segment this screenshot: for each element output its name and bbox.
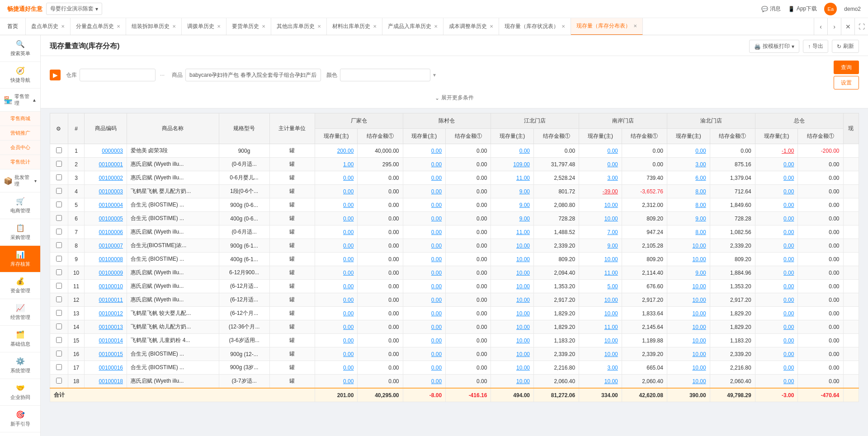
- row-total-cur[interactable]: 0.00: [755, 293, 798, 307]
- row-changjia-cur[interactable]: 0.00: [315, 253, 358, 266]
- app-download-button[interactable]: 📱 App下载: [788, 5, 817, 13]
- row-total-cur[interactable]: 0.00: [755, 334, 798, 347]
- row-yubei-cur[interactable]: 8.00: [667, 225, 710, 239]
- row-chencun-cur[interactable]: 0.00: [403, 280, 446, 293]
- row-total-cur[interactable]: 0.00: [755, 198, 798, 212]
- row-nanan-cur[interactable]: 10.00: [579, 253, 622, 266]
- row-yubei-cur[interactable]: 10.00: [667, 375, 710, 389]
- color-input[interactable]: [340, 69, 430, 81]
- row-total-cur[interactable]: 0.00: [755, 280, 798, 293]
- row-changjia-cur[interactable]: 0.00: [315, 239, 358, 253]
- row-nanan-cur[interactable]: 3.00: [579, 361, 622, 375]
- tab-purchaseorder-close[interactable]: ✕: [262, 24, 265, 29]
- row-changjia-cur[interactable]: 0.00: [315, 185, 358, 198]
- row-jiangbei-cur[interactable]: 9.00: [491, 198, 534, 212]
- tab-otherout[interactable]: 其他出库单历史 ✕: [271, 18, 327, 35]
- tab-close-all-button[interactable]: ✕: [841, 18, 854, 35]
- row-chencun-cur[interactable]: 0.00: [403, 225, 446, 239]
- row-nanan-cur[interactable]: 10.00: [579, 347, 622, 361]
- row-changjia-cur[interactable]: 0.00: [315, 266, 358, 280]
- row-changjia-cur[interactable]: 0.00: [315, 280, 358, 293]
- row-jiangbei-cur[interactable]: 11.00: [491, 171, 534, 185]
- sidebar-item-marketing[interactable]: 营销推广: [0, 126, 40, 141]
- row-checkbox[interactable]: [50, 198, 68, 212]
- tab-transfer[interactable]: 调拨单历史 ✕: [182, 18, 226, 35]
- row-code[interactable]: 00100008: [85, 253, 127, 266]
- row-nanan-cur[interactable]: 10.00: [579, 334, 622, 347]
- tab-materialout-close[interactable]: ✕: [373, 24, 377, 29]
- row-nanan-cur[interactable]: 10.00: [579, 307, 622, 320]
- tab-costadjust-close[interactable]: ✕: [490, 24, 493, 29]
- row-code[interactable]: 00100004: [85, 198, 127, 212]
- row-total-cur[interactable]: 0.00: [755, 320, 798, 334]
- tab-branchstock[interactable]: 分量盘点单历史 ✕: [71, 18, 126, 35]
- row-changjia-cur[interactable]: 0.00: [315, 307, 358, 320]
- row-code[interactable]: 00100016: [85, 361, 127, 375]
- row-jiangbei-cur[interactable]: 10.00: [491, 334, 534, 347]
- row-jiangbei-cur[interactable]: 10.00: [491, 347, 534, 361]
- tab-currentstock[interactable]: 现存量（库存状况表） ✕: [499, 18, 571, 35]
- row-changjia-cur[interactable]: 0.00: [315, 293, 358, 307]
- row-checkbox[interactable]: [50, 171, 68, 185]
- row-yubei-cur[interactable]: 6.00: [667, 171, 710, 185]
- row-checkbox[interactable]: [50, 185, 68, 198]
- row-total-cur[interactable]: 0.00: [755, 266, 798, 280]
- row-jiangbei-cur[interactable]: 10.00: [491, 239, 534, 253]
- refresh-button[interactable]: ↻ 刷新: [832, 40, 859, 53]
- row-nanan-cur[interactable]: 9.00: [579, 239, 622, 253]
- tab-materialout[interactable]: 材料出库单历史 ✕: [327, 18, 382, 35]
- sidebar-item-operation[interactable]: 📈 经营管理: [0, 299, 40, 326]
- row-total-cur[interactable]: 0.00: [755, 239, 798, 253]
- tab-productin[interactable]: 产成品入库单历史 ✕: [382, 18, 443, 35]
- row-chencun-cur[interactable]: 0.00: [403, 198, 446, 212]
- tab-purchaseorder[interactable]: 要货单历史 ✕: [226, 18, 271, 35]
- row-yubei-cur[interactable]: 10.00: [667, 361, 710, 375]
- row-checkbox[interactable]: [50, 361, 68, 375]
- row-chencun-cur[interactable]: 0.00: [403, 375, 446, 389]
- row-total-cur[interactable]: 0.00: [755, 253, 798, 266]
- tab-currentstock-close[interactable]: ✕: [561, 24, 565, 29]
- row-yubei-cur[interactable]: 3.00: [667, 158, 710, 171]
- tab-costadjust[interactable]: 成本调整单历史 ✕: [443, 18, 499, 35]
- row-chencun-cur[interactable]: 0.00: [403, 293, 446, 307]
- row-code[interactable]: 00100009: [85, 266, 127, 280]
- tab-home[interactable]: 首页: [0, 18, 26, 35]
- row-yubei-cur[interactable]: 10.00: [667, 280, 710, 293]
- row-nanan-cur[interactable]: -39.00: [579, 185, 622, 198]
- row-jiangbei-cur[interactable]: 0.00: [491, 144, 534, 158]
- row-chencun-cur[interactable]: 0.00: [403, 307, 446, 320]
- row-yubei-cur[interactable]: 10.00: [667, 293, 710, 307]
- sidebar-item-retailshop[interactable]: 零售商城: [0, 112, 40, 126]
- row-yubei-cur[interactable]: 10.00: [667, 239, 710, 253]
- sidebar-item-apps[interactable]: 📱 应用中心: [0, 432, 40, 436]
- table-wrapper[interactable]: ⚙ # 商品编码 商品名称 规格型号 主计量单位 厂家仓 陈村仓 江北门店 南岸…: [41, 108, 868, 436]
- row-checkbox[interactable]: [50, 158, 68, 171]
- tab-transfer-close[interactable]: ✕: [217, 24, 221, 29]
- tab-prev-button[interactable]: ‹: [814, 18, 827, 35]
- row-jiangbei-cur[interactable]: 11.00: [491, 225, 534, 239]
- row-nanan-cur[interactable]: 11.00: [579, 266, 622, 280]
- sidebar-item-retail[interactable]: 🏪 零售管理 ▲: [0, 89, 40, 112]
- row-changjia-cur[interactable]: 1.00: [315, 158, 358, 171]
- row-jiangbei-cur[interactable]: 10.00: [491, 320, 534, 334]
- row-checkbox[interactable]: [50, 144, 68, 158]
- row-code[interactable]: 00100002: [85, 171, 127, 185]
- row-changjia-cur[interactable]: 0.00: [315, 198, 358, 212]
- sidebar-item-search[interactable]: 🔍 搜索英单: [0, 35, 40, 62]
- sidebar-item-member[interactable]: 会员中心: [0, 141, 40, 155]
- row-yubei-cur[interactable]: 10.00: [667, 347, 710, 361]
- row-jiangbei-cur[interactable]: 10.00: [491, 266, 534, 280]
- row-changjia-cur[interactable]: 0.00: [315, 375, 358, 389]
- sidebar-item-system[interactable]: ⚙️ 系统管理: [0, 352, 40, 379]
- row-checkbox[interactable]: [50, 212, 68, 225]
- row-changjia-cur[interactable]: 0.00: [315, 320, 358, 334]
- row-nanan-cur[interactable]: 0.00: [579, 158, 622, 171]
- row-jiangbei-cur[interactable]: 10.00: [491, 253, 534, 266]
- setting-button[interactable]: 设置: [834, 76, 859, 89]
- row-code[interactable]: 00100018: [85, 375, 127, 389]
- tab-stocklist[interactable]: 盘点单历史 ✕: [26, 18, 71, 35]
- row-yubei-cur[interactable]: 10.00: [667, 334, 710, 347]
- th-settings[interactable]: ⚙: [50, 113, 68, 144]
- sidebar-item-wholesale[interactable]: 📦 批发管理 ▾: [0, 169, 40, 192]
- row-chencun-cur[interactable]: 0.00: [403, 253, 446, 266]
